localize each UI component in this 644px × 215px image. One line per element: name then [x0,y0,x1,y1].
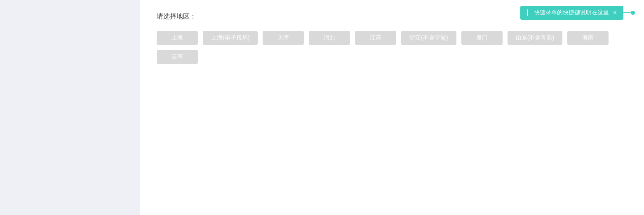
region-btn-shandong[interactable]: 山东(不含青岛) [508,31,562,45]
region-btn-tianjin[interactable]: 天津 [263,31,304,45]
tooltip-text: 快速录单的快捷键说明在这里 [534,9,609,16]
main-content: 请选择地区： 上海上海(电子税局)天津河北江苏浙江(不含宁波)厦门山东(不含青岛… [140,0,644,215]
tooltip-banner: 快速录单的快捷键说明在这里 × [520,6,623,20]
tooltip-line [623,12,631,13]
sidebar [0,0,140,215]
region-btn-xiamen[interactable]: 厦门 [461,31,503,45]
region-btn-hainan[interactable]: 海南 [567,31,609,45]
region-btn-shanghai[interactable]: 上海 [157,31,198,45]
region-btn-hebei[interactable]: 河北 [309,31,350,45]
tooltip-dot [631,11,635,15]
region-btn-shanghai-e[interactable]: 上海(电子税局) [203,31,258,45]
region-btn-jiangsu[interactable]: 江苏 [355,31,396,45]
region-btn-zhejiang[interactable]: 浙江(不含宁波) [401,31,456,45]
tooltip-close-button[interactable]: × [613,9,617,16]
region-buttons-container: 上海上海(电子税局)天津河北江苏浙江(不含宁波)厦门山东(不含青岛)海南云南 [157,31,628,64]
region-btn-yunnan[interactable]: 云南 [157,50,198,64]
